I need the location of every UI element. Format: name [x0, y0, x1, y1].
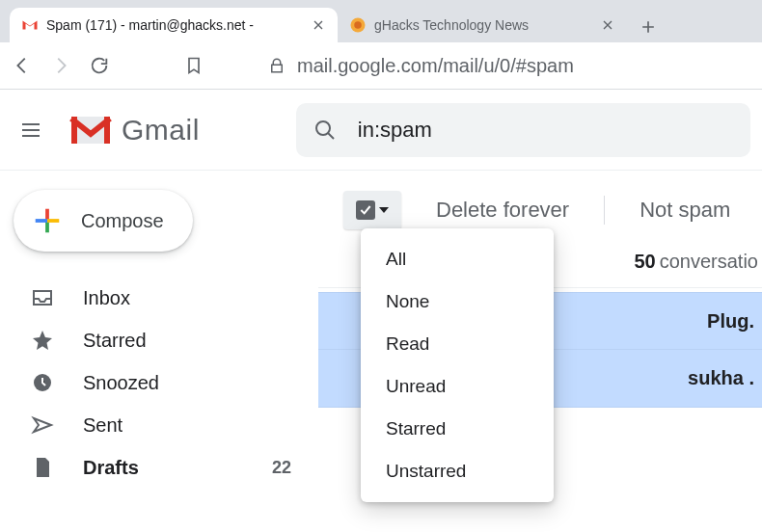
- sidebar-item-label: Inbox: [83, 287, 130, 309]
- browser-tab[interactable]: gHacks Technology News: [338, 8, 627, 42]
- gmail-logo[interactable]: Gmail: [68, 113, 200, 147]
- sidebar-item-drafts[interactable]: Drafts22: [0, 446, 318, 489]
- select-option-none[interactable]: None: [361, 280, 554, 323]
- bookmark-button[interactable]: [183, 55, 204, 76]
- sidebar-item-starred[interactable]: Starred: [0, 319, 318, 361]
- select-option-unread[interactable]: Unread: [361, 365, 554, 408]
- search-icon: [313, 119, 337, 142]
- search-box[interactable]: in:spam: [296, 103, 750, 157]
- sidebar-item-snoozed[interactable]: Snoozed: [0, 361, 318, 404]
- tab-title: gHacks Technology News: [374, 17, 592, 33]
- select-all-button[interactable]: [343, 191, 401, 229]
- gmail-wordmark: Gmail: [122, 114, 200, 146]
- sidebar-item-label: Drafts: [83, 457, 139, 479]
- tab-title: Spam (171) - martin@ghacks.net -: [46, 17, 303, 33]
- content-pane: Delete forever Not spam AllNoneReadUnrea…: [318, 171, 762, 532]
- select-option-all[interactable]: All: [361, 238, 554, 280]
- select-dropdown: AllNoneReadUnreadStarredUnstarred: [361, 228, 554, 502]
- url-box[interactable]: mail.google.com/mail/u/0/#spam: [268, 55, 750, 77]
- chevron-down-icon: [379, 207, 389, 213]
- new-tab-button[interactable]: [633, 12, 664, 42]
- compose-button[interactable]: Compose: [14, 190, 193, 252]
- inbox-icon: [31, 286, 54, 309]
- conversation-count: 50: [634, 251, 655, 273]
- not-spam-button[interactable]: Not spam: [634, 198, 736, 223]
- select-option-unstarred[interactable]: Unstarred: [361, 450, 554, 492]
- sidebar-item-label: Sent: [83, 414, 122, 437]
- sidebar-item-count: 22: [272, 458, 291, 478]
- nav-list: InboxStarredSnoozedSentDrafts22: [0, 277, 318, 489]
- toolbar-divider: [604, 196, 605, 225]
- sidebar: Compose InboxStarredSnoozedSentDrafts22: [0, 171, 318, 532]
- reload-button[interactable]: [89, 55, 110, 76]
- sidebar-item-sent[interactable]: Sent: [0, 404, 318, 446]
- tabstrip: Spam (171) - martin@ghacks.net - gHacks …: [0, 0, 762, 42]
- close-icon[interactable]: [311, 17, 326, 33]
- svg-point-2: [316, 121, 330, 135]
- send-icon: [31, 413, 54, 437]
- search-query: in:spam: [358, 118, 432, 143]
- checkbox-checked-icon: [356, 200, 375, 220]
- gmail-logo-icon: [68, 113, 114, 147]
- forward-button[interactable]: [50, 55, 71, 76]
- ghacks-favicon-icon: [349, 16, 367, 34]
- back-button[interactable]: [12, 55, 33, 76]
- url-text: mail.google.com/mail/u/0/#spam: [297, 55, 574, 77]
- file-icon: [31, 456, 54, 479]
- sidebar-item-label: Snoozed: [83, 372, 159, 394]
- delete-forever-button[interactable]: Delete forever: [430, 198, 575, 223]
- select-option-read[interactable]: Read: [361, 323, 554, 365]
- menu-icon[interactable]: [19, 119, 42, 142]
- gmail-header: Gmail in:spam: [0, 90, 762, 171]
- svg-point-1: [354, 21, 362, 29]
- address-bar: mail.google.com/mail/u/0/#spam: [0, 42, 762, 89]
- gmail-favicon-icon: [21, 16, 39, 34]
- plus-icon: [31, 204, 64, 237]
- lock-icon: [268, 57, 286, 74]
- clock-icon: [31, 371, 54, 394]
- star-icon: [31, 329, 54, 352]
- sidebar-item-inbox[interactable]: Inbox: [0, 277, 318, 319]
- main-area: Compose InboxStarredSnoozedSentDrafts22 …: [0, 171, 762, 532]
- close-icon[interactable]: [600, 17, 615, 33]
- select-option-starred[interactable]: Starred: [361, 408, 554, 450]
- sidebar-item-label: Starred: [83, 330, 147, 352]
- browser-chrome: Spam (171) - martin@ghacks.net - gHacks …: [0, 0, 762, 90]
- conversation-word: conversatio: [660, 251, 758, 273]
- browser-tab[interactable]: Spam (171) - martin@ghacks.net -: [10, 8, 338, 42]
- compose-label: Compose: [81, 210, 164, 232]
